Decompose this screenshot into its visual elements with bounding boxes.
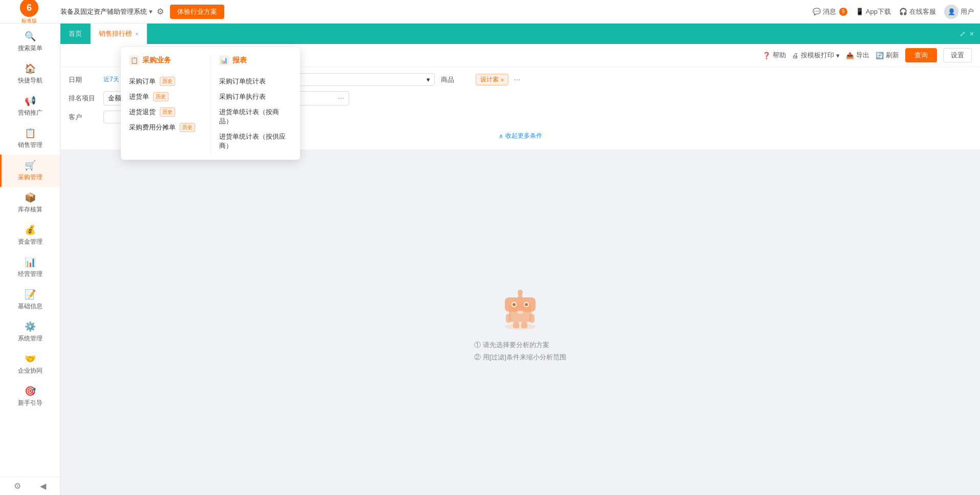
tab-sales-rank[interactable]: 销售排行榜 × [91,24,147,44]
sidebar-item-guide[interactable]: 🎯 新手引导 [0,380,60,413]
sidebar-item-search[interactable]: 🔍 搜索菜单 [0,26,60,58]
marketing-icon: 📢 [25,95,36,106]
hist-badge-3: 历史 [160,107,175,117]
sidebar-item-purchase[interactable]: 🛒 采购管理 [0,155,60,187]
system-icon: ⚙️ [25,321,36,332]
dropdown-purchase-col: 📋 采购业务 采购订单 历史 进货单 历史 进货退货 历史 [121,55,210,154]
app-download-btn[interactable]: 📱 App下载 [856,7,891,16]
dropdown-inner: 📋 采购业务 采购订单 历史 进货单 历史 进货退货 历史 [121,55,300,154]
message-badge: 9 [839,8,847,16]
svg-rect-9 [529,314,535,323]
online-service-btn[interactable]: 🎧 在线客服 [899,7,936,16]
system-dropdown[interactable]: ▾ [149,8,153,15]
report-col-icon: 📊 [219,55,229,66]
sidebar-item-marketing[interactable]: 📢 营销推广 [0,90,60,122]
logo-subtext: 标准版 [22,17,37,25]
empty-hint-1: ① 请先选择要分析的方案 [474,340,566,350]
svg-point-0 [505,324,536,330]
main-layout: 🔍 搜索菜单 🏠 快捷导航 📢 营销推广 📋 销售管理 🛒 采购管理 📦 库存核… [0,24,980,495]
dropdown-report-col: 📊 报表 采购订单统计表 采购订单执行表 进货单统计表（按商品） 进货单统计表（… [210,55,301,154]
goods-more-icon[interactable]: ··· [514,75,520,84]
goods-filter: 设计素 × ··· [476,74,521,85]
sidebar-settings-btn[interactable]: ⚙ [14,481,21,491]
help-icon: ❓ [762,52,771,59]
tab-closeall-icon[interactable]: × [970,30,974,38]
sidebar-item-cooperation[interactable]: 🤝 企业协同 [0,348,60,380]
operations-icon: 📊 [25,256,36,268]
empty-hint: ① 请先选择要分析的方案 ② 用[过滤]条件来缩小分析范围 [474,340,566,362]
user-btn[interactable]: 👤 用户 [944,5,974,19]
svg-rect-8 [506,314,511,323]
home-icon: 🏠 [25,63,36,74]
salesperson-more-icon[interactable]: ··· [338,94,345,103]
sidebar-item-quick-nav[interactable]: 🏠 快捷导航 [0,58,60,90]
tabbar: 首页 销售排行榜 × ⤢ × [60,24,980,44]
print-icon: 🖨 [792,52,799,59]
dropdown-item-purchase-expense[interactable]: 采购费用分摊单 历史 [129,120,202,135]
dropdown-item-purchase-order[interactable]: 采购订单 历史 [129,74,202,89]
topbar: 6 标准版 装备及固定资产辅助管理系统 ▾ ⚙ 体验行业方案 💬 消息 9 📱 … [0,0,980,24]
query-btn[interactable]: 查询 [905,48,937,62]
export-btn[interactable]: 📤 导出 [846,51,869,60]
dropdown-item-incoming-return[interactable]: 进货退货 历史 [129,104,202,120]
sidebar-item-operations[interactable]: 📊 经营管理 [0,251,60,284]
inventory-icon: 📦 [25,192,36,203]
rank-label: 排名项目 [69,94,97,103]
voucher-status-select[interactable]: ▾ [291,73,435,86]
sidebar-item-basics[interactable]: 📝 基础信息 [0,284,60,316]
sales-icon: 📋 [25,127,36,139]
date-label: 日期 [69,75,97,84]
settings-btn[interactable]: 设置 [943,48,972,62]
customer-label: 客户 [69,113,97,122]
sidebar-item-sales[interactable]: 📋 销售管理 [0,122,60,155]
empty-state: ① 请先选择要分析的方案 ② 用[过滤]条件来缩小分析范围 [60,149,980,495]
topbar-right: 💬 消息 9 📱 App下载 🎧 在线客服 👤 用户 [813,5,974,19]
message-btn[interactable]: 💬 消息 9 [813,7,847,16]
basics-icon: 📝 [25,289,36,300]
empty-illustration [495,283,546,334]
print-btn[interactable]: 🖨 按模板打印 ▾ [792,51,840,60]
dropdown-item-incoming-by-goods[interactable]: 进货单统计表（按商品） [219,104,292,129]
svg-point-6 [525,303,528,306]
svg-point-13 [518,290,523,295]
logo-icon: 6 [20,0,38,17]
tab-maximize-icon[interactable]: ⤢ [960,30,966,38]
print-dropdown-icon[interactable]: ▾ [836,52,840,59]
avatar: 👤 [944,5,958,19]
dropdown-item-incoming[interactable]: 进货单 历史 [129,89,202,104]
system-title: 装备及固定资产辅助管理系统 [60,7,147,16]
search-icon: 🔍 [25,31,36,42]
logo: 6 标准版 [6,0,52,25]
tab-home[interactable]: 首页 [60,24,91,44]
help-btn[interactable]: ❓ 帮助 [762,51,786,60]
message-icon: 💬 [813,8,821,15]
svg-rect-11 [521,322,527,328]
industry-btn[interactable]: 体验行业方案 [170,5,224,19]
sidebar-item-finance[interactable]: 💰 资金管理 [0,219,60,251]
empty-hint-2: ② 用[过滤]条件来缩小分析范围 [474,353,566,362]
svg-rect-7 [517,311,523,314]
guide-icon: 🎯 [25,385,36,397]
sidebar-collapse-btn[interactable]: ◀ [40,481,46,491]
sidebar-bottom: ⚙ ◀ [0,477,60,495]
cooperation-icon: 🤝 [25,353,36,364]
date-shortcut-7days[interactable]: 近7天 [103,75,119,84]
finance-icon: 💰 [25,224,36,235]
tab-close-icon[interactable]: × [135,31,138,37]
dropdown-item-purchase-order-stats[interactable]: 采购订单统计表 [219,74,292,89]
refresh-icon: 🔄 [876,52,884,59]
collapse-icon: ∧ [499,133,503,140]
goods-tag-close[interactable]: × [501,77,504,83]
tabbar-close-area: ⤢ × [960,30,980,38]
dropdown-item-incoming-by-supplier[interactable]: 进货单统计表（按供应商） [219,129,292,154]
gear-icon[interactable]: ⚙ [157,7,164,16]
headset-icon: 🎧 [899,8,907,15]
sidebar-item-inventory[interactable]: 📦 库存核算 [0,187,60,219]
svg-point-5 [513,303,516,306]
phone-icon: 📱 [856,8,864,15]
purchase-col-icon: 📋 [129,55,139,66]
sidebar-item-system[interactable]: ⚙️ 系统管理 [0,316,60,348]
refresh-btn[interactable]: 🔄 刷新 [876,51,899,60]
svg-rect-10 [513,322,519,328]
dropdown-item-purchase-order-exec[interactable]: 采购订单执行表 [219,89,292,104]
